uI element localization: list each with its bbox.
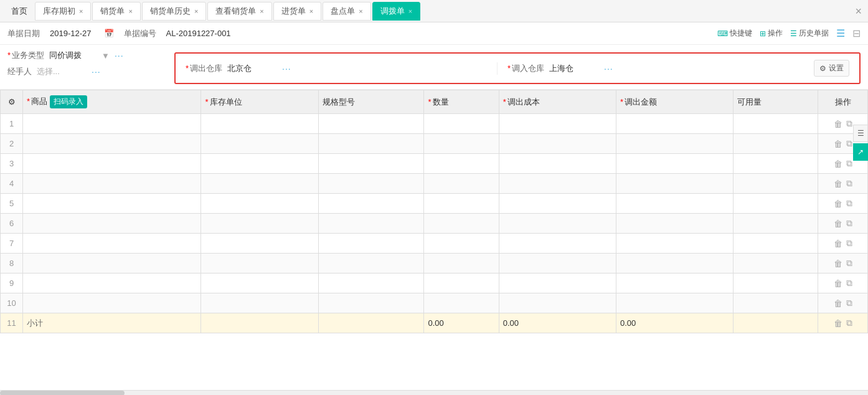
available-cell-9[interactable] — [734, 274, 818, 293]
spec-cell-1[interactable] — [318, 114, 424, 134]
amount-cell-5[interactable] — [616, 194, 733, 214]
amount-cell-10[interactable] — [616, 293, 733, 313]
qty-cell-2[interactable] — [424, 134, 499, 154]
spec-cell-5[interactable] — [318, 194, 424, 214]
qty-cell-10[interactable] — [424, 293, 499, 313]
tab-close-inventory-check[interactable]: × — [359, 7, 362, 15]
delete-icon-2[interactable]: 🗑 — [834, 139, 842, 149]
warehouse-in-more[interactable]: ··· — [604, 64, 613, 74]
spec-cell-10[interactable] — [318, 293, 424, 313]
available-cell-2[interactable] — [734, 134, 818, 154]
float-list-btn[interactable]: ☰ — [853, 125, 868, 142]
tab-inventory-init[interactable]: 库存期初 × — [35, 2, 91, 21]
handler-more[interactable]: ··· — [92, 67, 101, 77]
qty-cell-6[interactable] — [424, 214, 499, 234]
tab-view-sales[interactable]: 查看销货单 × — [207, 2, 271, 21]
copy-icon-11[interactable]: ⧉ — [846, 318, 852, 328]
product-cell-10[interactable] — [23, 293, 201, 313]
amount-cell-4[interactable] — [616, 174, 733, 194]
delete-icon-1[interactable]: 🗑 — [834, 119, 842, 129]
unit-cell-7[interactable] — [201, 234, 318, 254]
warehouse-out-value[interactable]: 北京仓 — [227, 63, 277, 74]
unit-cell-2[interactable] — [201, 134, 318, 154]
float-expand-btn[interactable]: ↗ — [853, 143, 868, 161]
unit-cell-6[interactable] — [201, 214, 318, 234]
spec-cell-9[interactable] — [318, 274, 424, 293]
available-cell-8[interactable] — [734, 254, 818, 274]
unit-cell-1[interactable] — [201, 114, 318, 134]
copy-icon-4[interactable]: ⧉ — [846, 178, 852, 189]
cost-cell-6[interactable] — [499, 214, 616, 234]
tab-inventory-check[interactable]: 盘点单 × — [323, 2, 370, 21]
unit-cell-10[interactable] — [201, 293, 318, 313]
copy-icon-10[interactable]: ⧉ — [846, 298, 852, 308]
available-cell-4[interactable] — [734, 174, 818, 194]
copy-icon-5[interactable]: ⧉ — [846, 198, 852, 209]
unit-cell-4[interactable] — [201, 174, 318, 194]
amount-cell-6[interactable] — [616, 214, 733, 234]
copy-icon-9[interactable]: ⧉ — [846, 278, 852, 288]
unit-cell-5[interactable] — [201, 194, 318, 214]
unit-cell-3[interactable] — [201, 154, 318, 174]
delete-icon-3[interactable]: 🗑 — [834, 159, 842, 169]
business-type-select[interactable]: 同价调拨 ▼ — [49, 50, 110, 61]
spec-cell-8[interactable] — [318, 254, 424, 274]
copy-icon-3[interactable]: ⧉ — [846, 158, 852, 169]
amount-cell-9[interactable] — [616, 274, 733, 293]
qty-cell-4[interactable] — [424, 174, 499, 194]
qty-cell-9[interactable] — [424, 274, 499, 293]
cost-cell-4[interactable] — [499, 174, 616, 194]
tab-close-transfer-order[interactable]: × — [408, 7, 412, 15]
unit-cell-9[interactable] — [201, 274, 318, 293]
spec-cell-4[interactable] — [318, 174, 424, 194]
delete-icon-6[interactable]: 🗑 — [834, 219, 842, 229]
amount-cell-1[interactable] — [616, 114, 733, 134]
tab-close-inventory-init[interactable]: × — [79, 7, 83, 15]
amount-cell-3[interactable] — [616, 154, 733, 174]
amount-cell-7[interactable] — [616, 234, 733, 254]
delete-icon-7[interactable]: 🗑 — [834, 239, 842, 249]
available-cell-5[interactable] — [734, 194, 818, 214]
tab-sales-order[interactable]: 销货单 × — [92, 2, 140, 21]
warehouse-in-value[interactable]: 上海仓 — [549, 63, 599, 74]
product-cell-7[interactable] — [23, 234, 201, 254]
cost-cell-5[interactable] — [499, 194, 616, 214]
spec-cell-7[interactable] — [318, 234, 424, 254]
handler-value[interactable]: 选择... — [37, 66, 87, 77]
scrollbar-thumb[interactable] — [0, 391, 125, 395]
scan-entry-button[interactable]: 扫码录入 — [50, 95, 87, 108]
spec-cell-6[interactable] — [318, 214, 424, 234]
available-cell-3[interactable] — [734, 154, 818, 174]
delete-icon-10[interactable]: 🗑 — [834, 298, 842, 308]
product-cell-8[interactable] — [23, 254, 201, 274]
tab-purchase-order[interactable]: 进货单 × — [273, 2, 321, 21]
cost-cell-9[interactable] — [499, 274, 616, 293]
warehouse-out-more[interactable]: ··· — [282, 64, 291, 74]
delete-icon-4[interactable]: 🗑 — [834, 179, 842, 189]
copy-icon-7[interactable]: ⧉ — [846, 238, 852, 249]
cost-cell-2[interactable] — [499, 134, 616, 154]
product-cell-3[interactable] — [23, 154, 201, 174]
copy-icon-1[interactable]: ⧉ — [846, 118, 852, 129]
qty-cell-8[interactable] — [424, 254, 499, 274]
available-cell-1[interactable] — [734, 114, 818, 134]
available-cell-6[interactable] — [734, 214, 818, 234]
col-settings-icon[interactable]: ⚙ — [8, 97, 16, 107]
copy-icon-8[interactable]: ⧉ — [846, 258, 852, 269]
cost-cell-8[interactable] — [499, 254, 616, 274]
product-cell-2[interactable] — [23, 134, 201, 154]
operations-btn[interactable]: ⊞ 操作 — [760, 28, 783, 39]
product-cell-6[interactable] — [23, 214, 201, 234]
qty-cell-7[interactable] — [424, 234, 499, 254]
shortcuts-btn[interactable]: ⌨ 快捷键 — [717, 28, 752, 39]
delete-icon-5[interactable]: 🗑 — [834, 199, 842, 209]
col-settings[interactable]: ⚙ — [1, 90, 23, 114]
product-cell-4[interactable] — [23, 174, 201, 194]
amount-cell-2[interactable] — [616, 134, 733, 154]
history-btn[interactable]: ☰ 历史单据 — [790, 28, 829, 39]
tab-close-sales-history[interactable]: × — [194, 7, 198, 15]
spec-cell-2[interactable] — [318, 134, 424, 154]
delete-icon-9[interactable]: 🗑 — [834, 278, 842, 288]
grid-view-btn[interactable]: ⊟ — [852, 27, 861, 39]
tab-sales-history[interactable]: 销货单历史 × — [142, 2, 206, 21]
